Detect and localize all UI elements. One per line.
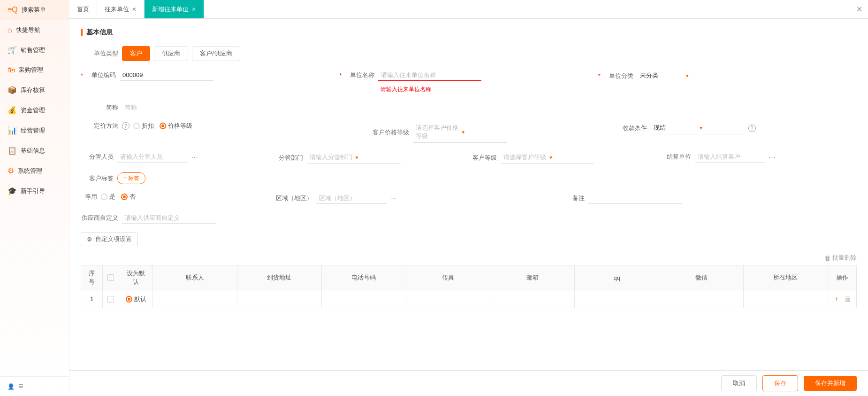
customer-level-select[interactable]: 请选择客户等级 ▼ — [501, 151, 594, 164]
tab-new-counterparty-close[interactable]: ✕ — [191, 6, 196, 13]
unit-code-input[interactable] — [120, 70, 213, 81]
customer-price-arrow: ▼ — [461, 130, 504, 135]
td-region[interactable] — [744, 290, 828, 308]
th-fax: 传真 — [406, 265, 490, 290]
th-seq: 序号 — [81, 265, 103, 290]
supplier-custom-input[interactable] — [122, 212, 216, 224]
manager-label: 分管人员 — [81, 153, 114, 161]
settlement-input[interactable] — [695, 151, 765, 163]
department-select[interactable]: 请输入分管部门 ▼ — [307, 151, 401, 164]
tab-bar: 首页 往来单位 ✕ 新增往来单位 ✕ ✕ — [69, 0, 868, 19]
radio-yes-circle — [101, 194, 107, 200]
unit-type-buttons: 客户 供应商 客户/供应商 — [122, 46, 240, 61]
custom-settings-button[interactable]: ⚙ 自定义项设置 — [81, 232, 138, 246]
payment-terms-field: 收款条件 现结 ▼ ? — [614, 122, 857, 134]
settlement-more-btn[interactable]: ··· — [769, 153, 776, 161]
radio-discount-circle — [133, 123, 140, 129]
pricing-row: 定价方法 ? 折扣 价格等级 客户价格等级 请选择客户价格等级 — [81, 122, 857, 143]
customer-level-label: 客户等级 — [469, 154, 497, 162]
radio-discount[interactable]: 折扣 — [133, 122, 154, 130]
short-name-input[interactable] — [122, 102, 216, 113]
close-all-tabs[interactable]: ✕ — [851, 0, 868, 18]
td-seq: 1 — [81, 290, 103, 308]
sidebar-item-label: 新手引导 — [21, 187, 45, 195]
unit-type-field: 单位类型 客户 供应商 客户/供应商 — [81, 46, 857, 61]
unit-category-select[interactable]: 未分类 ▼ — [637, 70, 731, 82]
payment-terms-help-icon[interactable]: ? — [748, 124, 756, 132]
customer-level-field: 客户等级 请选择客户等级 ▼ — [469, 151, 663, 164]
tab-home-label: 首页 — [77, 5, 89, 14]
region-input[interactable] — [316, 193, 387, 204]
manager-more-btn[interactable]: ··· — [191, 153, 198, 161]
btn-supplier[interactable]: 供应商 — [154, 46, 188, 61]
save-button[interactable]: 保存 — [762, 375, 798, 391]
section-title: 基本信息 — [81, 28, 857, 37]
sidebar-item-label: 库存核算 — [21, 86, 45, 94]
td-phone[interactable] — [321, 290, 406, 308]
tab-new-counterparty-label: 新增往来单位 — [152, 5, 189, 14]
basic-icon: 📋 — [8, 146, 17, 155]
tab-new-counterparty[interactable]: 新增往来单位 ✕ — [145, 0, 204, 18]
sidebar-item-label: 采购管理 — [19, 66, 43, 74]
search-icon: ≡Q — [8, 6, 18, 14]
sidebar-item-operations[interactable]: 📊 经营管理 — [0, 120, 69, 140]
td-email[interactable] — [490, 290, 575, 308]
unit-type-row: 单位类型 客户 供应商 客户/供应商 — [81, 46, 857, 61]
remarks-input[interactable] — [588, 193, 682, 204]
delete-row-btn[interactable]: 🗑 — [844, 295, 852, 303]
customer-level-placeholder: 请选择客户等级 — [503, 153, 547, 162]
radio-price-level[interactable]: 价格等级 — [160, 122, 192, 130]
td-fax[interactable] — [406, 290, 490, 308]
td-contact[interactable] — [152, 290, 237, 308]
operations-icon: 📊 — [8, 126, 17, 135]
sidebar-item-basic[interactable]: 📋 基础信息 — [0, 140, 69, 161]
th-checkbox-sq[interactable] — [107, 274, 114, 281]
row-checkbox[interactable] — [107, 296, 114, 303]
th-email: 邮箱 — [490, 265, 575, 290]
unit-name-input[interactable] — [378, 70, 481, 81]
tab-home[interactable]: 首页 — [69, 0, 97, 18]
sidebar-item-guide[interactable]: 🎓 新手引导 — [0, 181, 69, 201]
sidebar-item-quicknav[interactable]: ⌂ 快捷导航 — [0, 20, 69, 40]
radio-yes-label: 是 — [109, 193, 115, 201]
th-checkbox — [103, 265, 119, 290]
region-more-btn[interactable]: ··· — [390, 194, 397, 202]
region-field: 区域（地区） ··· — [275, 193, 566, 204]
td-wechat[interactable] — [659, 290, 744, 308]
manager-input[interactable] — [117, 151, 188, 163]
unit-name-label: 单位名称 — [346, 71, 374, 79]
sidebar-item-search[interactable]: ≡Q 搜索菜单 — [0, 0, 69, 20]
customer-price-select[interactable]: 请选择客户价格等级 ▼ — [413, 122, 507, 143]
sidebar-item-system[interactable]: ⚙ 系统管理 — [0, 161, 69, 181]
payment-terms-select[interactable]: 现结 ▼ — [651, 122, 745, 134]
th-address: 到货地址 — [237, 265, 321, 290]
td-address[interactable] — [237, 290, 321, 308]
th-qq: qq — [575, 265, 659, 290]
customer-tag-field: 客户标签 + 标签 — [81, 172, 857, 184]
sidebar-item-purchase[interactable]: 🛍 采购管理 — [0, 60, 69, 80]
radio-yes[interactable]: 是 — [101, 193, 115, 201]
row-default-radio[interactable]: 默认 — [126, 295, 146, 303]
unit-name-error: 请输入往来单位名称 — [381, 85, 431, 93]
supplier-custom-row: 供应商自定义 — [81, 212, 857, 224]
td-qq[interactable] — [575, 290, 659, 308]
tab-counterparty-close[interactable]: ✕ — [132, 6, 137, 13]
add-tag-button[interactable]: + 标签 — [117, 172, 145, 184]
pricing-method-label: 定价方法 — [81, 122, 118, 130]
bulk-delete-label[interactable]: 批量删除 — [832, 254, 857, 262]
pricing-help-icon[interactable]: ? — [122, 122, 129, 130]
cancel-button[interactable]: 取消 — [721, 375, 757, 391]
add-row-btn[interactable]: ＋ — [833, 294, 840, 304]
sidebar-item-inventory[interactable]: 📦 库存核算 — [0, 80, 69, 100]
tab-counterparty[interactable]: 往来单位 ✕ — [97, 0, 145, 18]
sidebar-item-finance[interactable]: 💰 资金管理 — [0, 100, 69, 120]
save-new-button[interactable]: 保存并新增 — [804, 376, 857, 391]
unit-code-name-row: * 单位编码 * 单位名称 请输入往来单位名称 * 单位分类 未分类 ▼ — [81, 70, 857, 93]
btn-both[interactable]: 客户/供应商 — [192, 46, 240, 61]
radio-no-circle — [121, 194, 128, 200]
sidebar-item-sales[interactable]: 🛒 销售管理 — [0, 40, 69, 60]
radio-no[interactable]: 否 — [121, 193, 136, 201]
short-name-label: 简称 — [81, 103, 118, 112]
pricing-options: 折扣 价格等级 — [133, 122, 192, 130]
btn-customer[interactable]: 客户 — [122, 46, 150, 61]
